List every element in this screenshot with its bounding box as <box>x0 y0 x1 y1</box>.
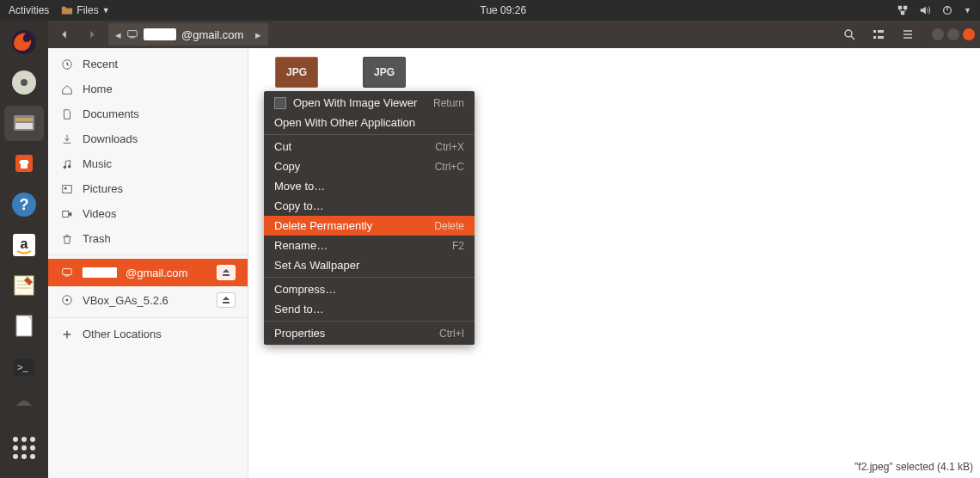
window-maximize[interactable] <box>947 28 959 40</box>
launcher-rhythmbox[interactable] <box>4 64 44 100</box>
ctx-properties[interactable]: Properties Ctrl+I <box>264 323 475 343</box>
svg-rect-24 <box>873 36 876 39</box>
hamburger-icon <box>901 28 915 41</box>
picture-icon <box>60 183 74 195</box>
window-minimize[interactable] <box>932 28 944 40</box>
clock-icon <box>60 58 74 70</box>
launcher-help[interactable]: ? <box>4 187 44 222</box>
network-icon[interactable] <box>897 4 909 16</box>
ctx-cut[interactable]: Cut Ctrl+X <box>264 137 475 156</box>
image-viewer-icon <box>274 97 286 109</box>
sidebar-item-trash[interactable]: Trash <box>48 226 248 251</box>
view-toggle-button[interactable] <box>867 23 891 46</box>
launcher-apps-grid[interactable] <box>4 431 44 466</box>
launcher-software[interactable] <box>4 146 44 181</box>
sidebar-item-mount-gmail[interactable]: @gmail.com <box>48 259 248 286</box>
file-view[interactable]: JPG f2.jpeg JPG f3.jpeg Open With Image … <box>248 48 980 478</box>
svg-text:a: a <box>21 236 28 251</box>
ctx-open-with-viewer[interactable]: Open With Image Viewer Return <box>264 93 475 113</box>
sidebar-item-pictures[interactable]: Pictures <box>48 176 248 201</box>
window-close[interactable] <box>963 28 975 40</box>
launcher-unknown[interactable] <box>4 389 44 425</box>
svg-rect-8 <box>15 118 33 121</box>
path-bar[interactable]: ◂ @gmail.com ▸ <box>108 23 268 46</box>
masked-account-prefix <box>83 267 117 278</box>
device-icon <box>126 28 138 40</box>
launcher-libreoffice[interactable] <box>4 309 44 344</box>
sidebar-item-label: Home <box>83 83 113 95</box>
volume-icon[interactable] <box>919 4 931 16</box>
context-menu: Open With Image Viewer Return Open With … <box>264 91 475 345</box>
svg-rect-17 <box>16 316 32 336</box>
sidebar-separator <box>48 317 248 318</box>
chevron-left-icon: ◂ <box>115 28 121 41</box>
activities-button[interactable]: Activities <box>9 4 49 16</box>
sidebar-item-label: Videos <box>83 207 117 220</box>
svg-point-6 <box>21 79 28 86</box>
trash-icon <box>60 233 74 245</box>
ctx-rename[interactable]: Rename… F2 <box>264 236 475 255</box>
ctx-copy[interactable]: Copy Ctrl+C <box>264 156 475 176</box>
main-area: Recent Home Documents Downloads Music Pi… <box>48 48 980 478</box>
svg-point-22 <box>845 30 852 37</box>
clock[interactable]: Tue 09:26 <box>110 4 897 16</box>
svg-rect-32 <box>63 211 69 217</box>
ctx-delete-permanently[interactable]: Delete Permanently Delete <box>264 216 475 236</box>
sidebar-item-label: Trash <box>83 232 111 245</box>
launcher-amazon[interactable]: a <box>4 227 44 262</box>
svg-rect-1 <box>903 6 907 9</box>
disc-icon <box>60 294 74 306</box>
sidebar-item-label: Other Locations <box>83 328 162 340</box>
launcher-files[interactable] <box>4 106 44 141</box>
sidebar-item-label: Recent <box>83 58 118 70</box>
ctx-separator <box>264 277 475 278</box>
search-button[interactable] <box>837 23 861 46</box>
ctx-send-to[interactable]: Send to… <box>264 299 475 319</box>
launcher-terminal[interactable]: >_ <box>4 349 44 384</box>
hamburger-menu-button[interactable] <box>896 23 920 46</box>
sidebar-item-label: @gmail.com <box>126 267 187 279</box>
sidebar-item-recent[interactable]: Recent <box>48 52 248 77</box>
ctx-compress[interactable]: Compress… <box>264 279 475 299</box>
ctx-set-wallpaper[interactable]: Set As Wallpaper <box>264 255 475 275</box>
folder-icon <box>61 4 73 16</box>
svg-rect-23 <box>873 30 876 33</box>
ctx-separator <box>264 134 475 135</box>
ctx-copy-to[interactable]: Copy to… <box>264 196 475 216</box>
ctx-open-with-other[interactable]: Open With Other Application <box>264 113 475 132</box>
eject-button[interactable] <box>217 265 236 280</box>
svg-point-36 <box>66 299 69 302</box>
sidebar-item-other-locations[interactable]: Other Locations <box>48 322 248 346</box>
svg-rect-34 <box>64 276 69 277</box>
launcher-notes[interactable] <box>4 268 44 303</box>
system-tray[interactable]: ▼ <box>897 4 971 16</box>
sidebar: Recent Home Documents Downloads Music Pi… <box>48 48 248 478</box>
sidebar-separator <box>48 254 248 255</box>
sidebar-item-home[interactable]: Home <box>48 77 248 101</box>
files-app-menu[interactable]: Files ▼ <box>61 4 109 16</box>
ctx-move-to[interactable]: Move to… <box>264 176 475 196</box>
launcher-firefox[interactable] <box>4 24 44 59</box>
jpg-thumb: JPG <box>275 57 318 88</box>
sidebar-item-documents[interactable]: Documents <box>48 101 248 126</box>
music-icon <box>60 158 74 170</box>
download-icon <box>60 133 74 145</box>
eject-button[interactable] <box>217 292 236 308</box>
plus-icon <box>60 328 74 340</box>
nav-back-button[interactable] <box>53 23 76 46</box>
sidebar-item-music[interactable]: Music <box>48 151 248 176</box>
search-icon <box>842 28 856 41</box>
device-icon <box>60 267 74 279</box>
nav-forward-button[interactable] <box>81 23 103 46</box>
sidebar-item-downloads[interactable]: Downloads <box>48 126 248 151</box>
sidebar-item-videos[interactable]: Videos <box>48 201 248 226</box>
sidebar-item-disc[interactable]: VBox_GAs_5.2.6 <box>48 286 248 314</box>
svg-rect-30 <box>63 185 72 193</box>
power-icon[interactable] <box>941 4 953 16</box>
svg-rect-26 <box>878 36 884 39</box>
list-view-icon <box>872 28 885 41</box>
svg-rect-20 <box>128 31 138 37</box>
window-controls <box>932 28 975 40</box>
svg-text:?: ? <box>20 196 29 213</box>
chevron-right-icon: ▸ <box>255 28 261 41</box>
